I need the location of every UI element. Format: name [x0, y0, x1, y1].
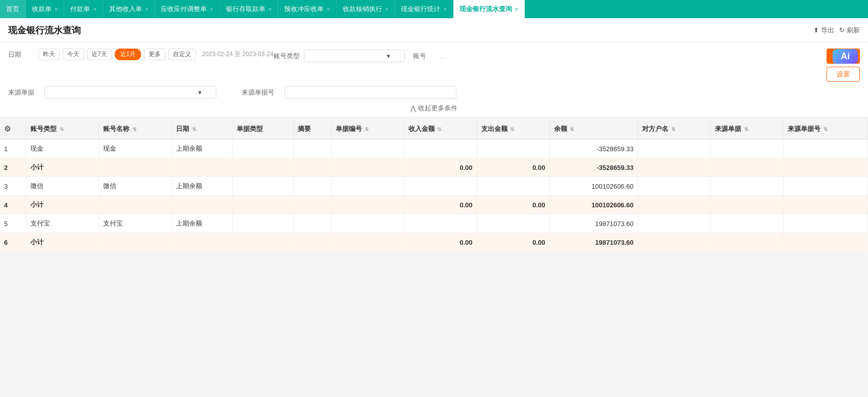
cell-counterparty: [638, 214, 711, 233]
cell-account-type: 小计: [26, 196, 99, 214]
cell-doc-type: [233, 196, 293, 214]
nav-payments[interactable]: 付款单 ×: [64, 0, 103, 18]
page-header: 现金银行流水查询 ⬆ 导出 ↻ 刷新: [0, 18, 868, 42]
cell-source-doc-no: [784, 139, 868, 158]
account-type-filter: 账号类型 ▾: [273, 50, 405, 62]
cell-source-doc: [711, 196, 784, 214]
cell-source-doc-no: [784, 158, 868, 177]
close-icon[interactable]: ×: [327, 6, 330, 12]
cell-expense: [477, 177, 550, 196]
ai-badge[interactable]: Ai: [833, 49, 858, 64]
col-gear[interactable]: ⚙: [0, 119, 26, 139]
sort-icon: ⇅: [192, 126, 196, 132]
cell-income: 0.00: [404, 196, 477, 214]
date-yesterday[interactable]: 昨天: [38, 49, 60, 60]
table-header-row: ⚙ 账号类型 ⇅ 账号名称 ⇅ 日期 ⇅ 单据类型 摘要 单据编号 ⇅ 收入金额…: [0, 119, 868, 139]
collapse-bar[interactable]: ⋀ 收起更多条件: [8, 104, 860, 113]
cell-account-name: [99, 196, 171, 214]
col-counterparty[interactable]: 对方户名 ⇅: [638, 119, 711, 139]
col-date[interactable]: 日期 ⇅: [171, 119, 232, 139]
cell-counterparty: [638, 158, 711, 177]
sort-icon: ⇅: [570, 126, 574, 132]
source-doc-no-input[interactable]: [285, 86, 456, 99]
account-type-select[interactable]: ▾: [304, 50, 405, 62]
close-icon[interactable]: ×: [55, 6, 58, 12]
date-7days[interactable]: 近7天: [87, 49, 112, 60]
cell-source-doc-no: [784, 196, 868, 214]
cell-expense: 0.00: [477, 233, 550, 252]
nav-other-income[interactable]: 其他收入单 ×: [103, 0, 155, 18]
nav-ar-ap-adjust[interactable]: 应收应付调整单 ×: [155, 0, 219, 18]
date-1month[interactable]: 近1月: [115, 49, 142, 60]
cell-date: 上期余额: [171, 214, 232, 233]
cell-balance: 19871073.60: [550, 214, 638, 233]
account-dots-icon[interactable]: ...: [437, 52, 448, 61]
account-filter: 账号 ...: [413, 52, 448, 61]
account-label: 账号: [413, 52, 433, 61]
sort-icon: ⇅: [510, 126, 514, 132]
settings-button[interactable]: 设置: [827, 67, 860, 82]
nav-prepay-offset[interactable]: 预收冲应收单 ×: [278, 0, 336, 18]
close-icon[interactable]: ×: [443, 6, 446, 12]
close-icon[interactable]: ×: [93, 6, 96, 12]
nav-cash-bank-flow[interactable]: 现金银行流水查询 ×: [453, 0, 525, 18]
cell-account-type: 小计: [26, 158, 99, 177]
close-icon[interactable]: ×: [515, 6, 518, 12]
col-source-doc[interactable]: 来源单据 ⇅: [711, 119, 784, 139]
cell-source-doc: [711, 177, 784, 196]
source-doc-select[interactable]: ▾: [44, 86, 216, 99]
cell-doc-no: [331, 233, 404, 252]
col-doc-no[interactable]: 单据编号 ⇅: [331, 119, 404, 139]
col-source-doc-no[interactable]: 来源单据号 ⇅: [784, 119, 868, 139]
nav-cash-bank-stats[interactable]: 现金银行统计 ×: [395, 0, 453, 18]
cell-account-name: [99, 233, 171, 252]
header-actions: ⬆ 导出 ↻ 刷新: [813, 26, 860, 35]
col-account-name[interactable]: 账号名称 ⇅: [99, 119, 171, 139]
cell-date: [171, 158, 232, 177]
cell-account-type: 支付宝: [26, 214, 99, 233]
cell-doc-type: [233, 233, 293, 252]
account-type-label: 账号类型: [273, 52, 300, 61]
table-row: 3微信微信上期余额100102606.60: [0, 177, 868, 196]
col-expense[interactable]: 支出金额 ⇅: [477, 119, 550, 139]
data-table: ⚙ 账号类型 ⇅ 账号名称 ⇅ 日期 ⇅ 单据类型 摘要 单据编号 ⇅ 收入金额…: [0, 119, 868, 252]
source-doc-no-label: 来源单据号: [242, 88, 275, 97]
cell-expense: [477, 139, 550, 158]
refresh-button[interactable]: ↻ 刷新: [839, 26, 860, 35]
cell-account-name: [99, 158, 171, 177]
col-balance[interactable]: 余额 ⇅: [550, 119, 638, 139]
cell-doc-type: [233, 158, 293, 177]
cell-date: 上期余额: [171, 177, 232, 196]
export-button[interactable]: ⬆ 导出: [813, 26, 834, 35]
close-icon[interactable]: ×: [145, 6, 148, 12]
col-account-type[interactable]: 账号类型 ⇅: [26, 119, 99, 139]
cell-account-name: 微信: [99, 177, 171, 196]
page-title: 现金银行流水查询: [8, 24, 81, 36]
cell-income: 0.00: [404, 158, 477, 177]
close-icon[interactable]: ×: [268, 6, 271, 12]
cell-balance: 19871073.60: [550, 233, 638, 252]
gear-icon[interactable]: ⚙: [4, 124, 11, 133]
cell-source-doc: [711, 139, 784, 158]
cell-expense: 0.00: [477, 158, 550, 177]
refresh-icon: ↻: [839, 26, 845, 34]
date-more[interactable]: 更多: [144, 49, 165, 60]
nav-bank-deposit[interactable]: 银行存取款单 ×: [220, 0, 278, 18]
close-icon[interactable]: ×: [210, 6, 213, 12]
nav-home[interactable]: 首页: [0, 0, 26, 18]
cell-balance: 100102606.60: [550, 196, 638, 214]
col-income[interactable]: 收入金额 ⇅: [404, 119, 477, 139]
cell-account-type: 微信: [26, 177, 99, 196]
chevron-down-icon: ▾: [387, 52, 390, 60]
close-icon[interactable]: ×: [385, 6, 388, 12]
nav-receipts[interactable]: 收款单 ×: [26, 0, 64, 18]
top-navigation: 首页 收款单 × 付款单 × 其他收入单 × 应收应付调整单 × 银行存取款单 …: [0, 0, 868, 18]
cell-income: [404, 214, 477, 233]
cell-doc-type: [233, 214, 293, 233]
cell-date: [171, 233, 232, 252]
table-row: 1现金现金上期余额-3528659.33: [0, 139, 868, 158]
date-today[interactable]: 今天: [63, 49, 84, 60]
nav-receipt-exec[interactable]: 收款核销执行 ×: [337, 0, 395, 18]
date-options: 昨天 今天 近7天 近1月 更多 自定义 2023-02-24 至 2023-0…: [38, 49, 273, 60]
date-custom[interactable]: 自定义: [168, 49, 196, 60]
